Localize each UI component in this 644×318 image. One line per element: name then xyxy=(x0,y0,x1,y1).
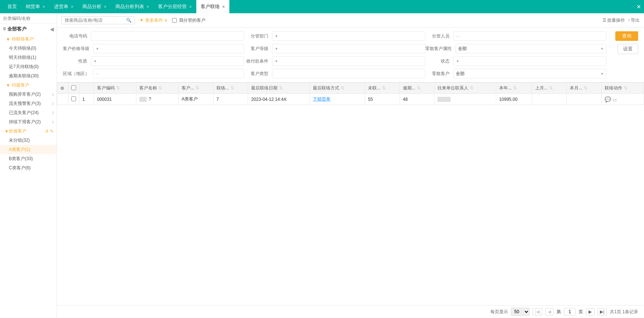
row-checkbox[interactable] xyxy=(71,96,76,101)
main-layout: 🔍 ⠿ 全部客户 ◀ ▼ 待联络客户 今天待联络(0) 明天待联络(1) 近7天… xyxy=(0,13,644,318)
sidebar-item-classB[interactable]: B类客户(33) xyxy=(0,154,57,163)
close-all-tabs[interactable]: ✕ xyxy=(636,3,641,10)
nav-customer-segment[interactable]: 客户分层经营 ✕ xyxy=(154,0,196,13)
cell-customer-code: 000031 xyxy=(94,94,136,105)
sidebar-item-declining[interactable]: 持续下滑客户(2) ℹ xyxy=(0,117,57,127)
refresh-icon[interactable]: ↺ xyxy=(45,129,49,134)
col-last-contact-date[interactable]: 最后联络日期⇅ xyxy=(248,83,310,94)
content-area: 🔍 ▼ 更多条件 ∧ 我分管的客户 ☰ 批量操作 ↑ 导出 xyxy=(57,13,644,318)
nav-sales-order[interactable]: 销货单 ✕ xyxy=(21,0,50,13)
page-input[interactable] xyxy=(564,308,576,315)
filter-customer-type: 客户类型 xyxy=(244,69,425,78)
search-input[interactable] xyxy=(65,18,126,23)
col-this-year[interactable]: 本年...⇅ xyxy=(496,83,532,94)
col-settings[interactable]: ⚙ xyxy=(57,83,68,94)
grid-icon: ⠿ xyxy=(3,27,6,32)
problem-customers-group[interactable]: ▼ 问题客户 xyxy=(0,81,57,90)
prev-page-btn[interactable]: ◀ xyxy=(545,308,554,315)
person-input[interactable]: ··· xyxy=(453,31,607,41)
col-contact-action[interactable]: 联络动作⇅ xyxy=(601,83,644,94)
col-unit-contact[interactable]: 往来单位联系人⇅ xyxy=(434,83,496,94)
sidebar-item-ungroup[interactable]: 未分组(32) xyxy=(0,136,57,145)
close-icon[interactable]: ✕ xyxy=(189,5,192,9)
phone-input[interactable] xyxy=(91,31,244,41)
nav-customer-contact[interactable]: 客户联络 ✕ xyxy=(196,0,229,13)
search-box: 🔍 xyxy=(61,16,135,24)
sidebar-item-7days[interactable]: 近7天待联络(0) xyxy=(0,62,57,71)
my-customers-checkbox[interactable] xyxy=(172,18,177,23)
customer-level-select[interactable]: ▼ xyxy=(272,44,425,53)
sidebar-item-churn-warning[interactable]: 流失预警客户(3) ℹ xyxy=(0,99,57,108)
cell-last-contact-method: 下销货单 xyxy=(310,94,365,105)
cell-customer-name: ? xyxy=(136,94,179,105)
price-level-select[interactable]: ▼ xyxy=(93,44,244,53)
close-icon[interactable]: ✕ xyxy=(222,5,225,9)
chevron-down-icon: ▼ xyxy=(96,47,99,51)
contact-method-link[interactable]: 下销货单 xyxy=(313,96,330,102)
more-icon[interactable]: ⚏ xyxy=(612,96,617,102)
sidebar-item-tomorrow[interactable]: 明天待联络(1) xyxy=(0,53,57,62)
sidebar: 🔍 ⠿ 全部客户 ◀ ▼ 待联络客户 今天待联络(0) 明天待联络(1) 近7天… xyxy=(0,13,57,318)
export-icon: ↑ xyxy=(628,18,630,23)
customer-table: ⚙ 客户编码⇅ 客户名称⇅ 客户...⇅ 联络...⇅ 最后联络日期⇅ 最后联络… xyxy=(57,82,644,105)
status-select[interactable]: ▼ xyxy=(453,56,607,66)
close-icon[interactable]: ✕ xyxy=(104,5,107,9)
advanced-filter: 电话号码 分管部门 ▼ 分管人员 ··· xyxy=(57,28,644,82)
table-row: 1 000031 ? A类客户 7 2023-04-12 14:44: 下销货单… xyxy=(57,94,644,105)
sidebar-item-classA[interactable]: A类客户(1) xyxy=(0,145,57,154)
top-right-actions: ☰ 批量操作 ↑ 导出 xyxy=(602,17,640,24)
arrow-down-icon: ▼ xyxy=(4,129,9,134)
col-customer-code[interactable]: 客户编码⇅ xyxy=(94,83,136,94)
collapse-icon: ◀ xyxy=(50,26,54,32)
customer-type-input[interactable] xyxy=(272,69,425,78)
settings-button[interactable]: 设置 xyxy=(618,44,638,54)
row-actions: 💬 ⚏ xyxy=(605,96,641,102)
col-contact[interactable]: 联络...⇅ xyxy=(213,83,248,94)
all-customers-header[interactable]: ⠿ 全部客户 ◀ xyxy=(0,24,57,35)
nav-home[interactable]: 首页 xyxy=(3,0,21,13)
col-customer-name[interactable]: 客户名称⇅ xyxy=(136,83,179,94)
filter-region: 区域（地区） ··· xyxy=(63,69,244,78)
per-page-select[interactable]: 50 100 200 xyxy=(511,308,530,316)
sidebar-item-overdue[interactable]: 逾期未联络(30) xyxy=(0,71,57,81)
region-input[interactable]: ··· xyxy=(93,69,244,78)
first-page-btn[interactable]: |◀ xyxy=(533,308,542,315)
col-overdue[interactable]: 逾期...⇅ xyxy=(400,83,434,94)
query-button[interactable]: 查询 xyxy=(615,31,638,41)
sidebar-item-churned[interactable]: 已流失客户(24) ℹ xyxy=(0,108,57,117)
page-label2: 页 xyxy=(579,309,583,315)
chevron-down-icon: ▼ xyxy=(275,34,278,38)
pending-contact-group[interactable]: ▼ 待联络客户 xyxy=(0,35,57,44)
scatter-customer-select[interactable]: 全部 ▼ xyxy=(453,69,607,78)
select-all-checkbox[interactable] xyxy=(71,85,76,90)
col-not-contacted[interactable]: 未联...⇅ xyxy=(365,83,400,94)
chevron-down-icon: ▼ xyxy=(275,47,278,51)
more-conditions-btn[interactable]: ▼ 更多条件 ∧ xyxy=(139,17,168,24)
sidebar-item-abnormal[interactable]: 囤购异常客户(2) ℹ xyxy=(0,90,57,99)
dept-select[interactable]: ▼ xyxy=(272,31,425,41)
col-last-contact-method[interactable]: 最后联络方式⇅ xyxy=(310,83,365,94)
export-btn[interactable]: ↑ 导出 xyxy=(628,17,640,24)
last-page-btn[interactable]: ▶| xyxy=(597,308,607,315)
batch-op-btn[interactable]: ☰ 批量操作 xyxy=(602,17,625,24)
category-search-input[interactable] xyxy=(3,16,57,21)
close-icon[interactable]: ✕ xyxy=(71,5,74,9)
nav-product-analysis[interactable]: 商品分析 ✕ xyxy=(78,0,111,13)
close-icon[interactable]: ✕ xyxy=(42,5,45,9)
col-this-month[interactable]: 本月...⇅ xyxy=(567,83,602,94)
nav-purchase-order[interactable]: 进货单 ✕ xyxy=(50,0,78,13)
col-customer-type[interactable]: 客户...⇅ xyxy=(179,83,214,94)
value-customers-group[interactable]: ▼ 价值客户 ↺ ✎ xyxy=(0,127,57,136)
sidebar-item-classC[interactable]: C类客户(6) xyxy=(0,163,57,173)
next-page-btn[interactable]: ▶ xyxy=(586,308,594,315)
scatter-attr-select[interactable]: 全部 ▼ xyxy=(455,44,607,53)
filter-row-4: 区域（地区） ··· 客户类型 零散客户 全部 xyxy=(57,66,612,82)
close-icon[interactable]: ✕ xyxy=(146,5,149,9)
nature-select[interactable]: ▼ xyxy=(91,56,244,66)
chat-icon[interactable]: 💬 xyxy=(605,96,611,102)
payment-select[interactable]: ▼ xyxy=(272,56,425,66)
nav-product-analysis-list[interactable]: 商品分析列表 ✕ xyxy=(111,0,154,13)
col-last-month[interactable]: 上月...⇅ xyxy=(532,83,567,94)
edit-icon[interactable]: ✎ xyxy=(50,129,54,134)
sidebar-item-today[interactable]: 今天待联络(0) xyxy=(0,44,57,53)
